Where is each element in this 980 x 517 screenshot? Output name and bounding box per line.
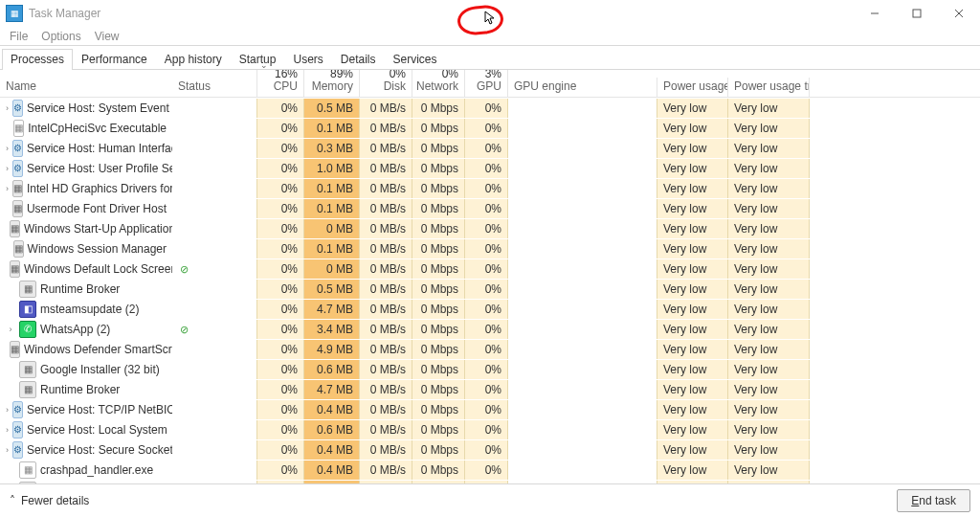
cell-network: 0 Mbps	[412, 300, 465, 319]
header-status[interactable]: Status	[172, 78, 256, 97]
table-row[interactable]: ▦Runtime Broker0%0.5 MB0 MB/s0 Mbps0%Ver…	[0, 279, 980, 299]
sort-indicator-icon: ⌄	[260, 60, 268, 70]
end-task-button[interactable]: End task	[897, 489, 970, 512]
expand-chevron-icon[interactable]: ›	[6, 425, 9, 435]
tab-details[interactable]: Details	[332, 49, 385, 70]
process-name: Google Installer (32 bit)	[40, 363, 160, 376]
cell-status	[172, 467, 256, 473]
header-power-trend[interactable]: Power usage tr...	[728, 78, 810, 97]
leaf-icon: ⊘	[180, 324, 189, 335]
menu-view[interactable]: View	[89, 28, 125, 45]
cell-disk: 0 MB/s	[360, 139, 412, 158]
table-row[interactable]: ▦IntelCpHeciSvc Executable0%0.1 MB0 MB/s…	[0, 118, 980, 138]
cell-gpu: 0%	[465, 199, 508, 218]
cell-memory: 4.9 MB	[304, 340, 360, 359]
close-button[interactable]	[938, 0, 980, 27]
minimize-button[interactable]	[854, 0, 896, 27]
cell-memory: 0.5 MB	[304, 280, 360, 299]
expand-chevron-icon[interactable]: ›	[6, 184, 9, 193]
cell-gpu-engine	[508, 206, 657, 212]
tab-performance[interactable]: Performance	[73, 49, 156, 70]
table-row[interactable]: ▦Windows Default Lock Screen⊘0%0 MB0 MB/…	[0, 258, 980, 279]
expand-chevron-icon[interactable]: ›	[6, 445, 9, 455]
tab-startup[interactable]: Startup	[231, 49, 285, 70]
table-row[interactable]: ▦crashpad_handler.exe0%0.4 MB0 MB/s0 Mbp…	[0, 460, 980, 480]
expand-chevron-icon[interactable]: ›	[6, 325, 15, 334]
cell-power: Very low	[657, 280, 728, 299]
menu-options[interactable]: Options	[35, 28, 86, 45]
header-disk[interactable]: 0%Disk	[360, 70, 412, 97]
table-row[interactable]: ▦Windows Session Manager0%0.1 MB0 MB/s0 …	[0, 238, 980, 258]
cell-gpu: 0%	[465, 461, 508, 480]
process-name: Runtime Broker	[40, 282, 120, 296]
cell-trend: Very low	[728, 199, 810, 218]
table-row[interactable]: ▦Google Installer (32 bit)0%0.6 MB0 MB/s…	[0, 359, 980, 379]
cell-trend: Very low	[728, 139, 810, 158]
header-memory[interactable]: 89%Memory	[304, 70, 360, 97]
cell-cpu: 0%	[256, 340, 304, 359]
cell-power: Very low	[657, 199, 728, 218]
cell-trend: Very low	[728, 340, 810, 359]
cell-network: 0 Mbps	[412, 280, 465, 299]
table-row[interactable]: ▦Windows Defender SmartScreen0%4.9 MB0 M…	[0, 339, 980, 359]
tab-services[interactable]: Services	[385, 49, 446, 70]
cell-disk: 0 MB/s	[360, 320, 412, 339]
maximize-button[interactable]	[896, 0, 938, 27]
window-title: Task Manager	[29, 7, 100, 20]
cell-power: Very low	[657, 179, 728, 198]
table-row[interactable]: ›⚙Service Host: System Event Noti...0%0.…	[0, 98, 980, 118]
table-row[interactable]: ▦Windows Start-Up Application0%0 MB0 MB/…	[0, 218, 980, 238]
cell-disk: 0 MB/s	[360, 119, 412, 138]
cell-trend: Very low	[728, 300, 810, 319]
table-row[interactable]: ›▦Intel HD Graphics Drivers for Wi...0%0…	[0, 178, 980, 198]
table-row[interactable]: ›⚙Service Host: Secure Socket Tun...0%0.…	[0, 439, 980, 460]
expand-chevron-icon[interactable]: ›	[6, 405, 9, 415]
cell-status	[172, 306, 256, 312]
expand-chevron-icon[interactable]: ›	[6, 103, 9, 113]
expand-chevron-icon[interactable]: ›	[6, 164, 9, 173]
fewer-details-button[interactable]: ˄ Fewer details	[10, 494, 89, 507]
app-icon: ▦	[6, 5, 23, 22]
process-icon: ▦	[12, 200, 23, 217]
table-row[interactable]: ›⚙Service Host: TCP/IP NetBIOS H...0%0.4…	[0, 399, 980, 419]
expand-chevron-icon[interactable]: ›	[6, 144, 9, 153]
tab-app-history[interactable]: App history	[156, 49, 231, 70]
process-list[interactable]: ›⚙Service Host: System Event Noti...0%0.…	[0, 98, 980, 494]
cell-memory: 0.5 MB	[304, 99, 360, 118]
header-network[interactable]: 0%Network	[412, 70, 465, 97]
menu-file[interactable]: File	[4, 28, 33, 45]
cell-cpu: 0%	[256, 360, 304, 379]
cell-network: 0 Mbps	[412, 239, 465, 258]
table-row[interactable]: ▦Usermode Font Driver Host0%0.1 MB0 MB/s…	[0, 198, 980, 218]
header-power-usage[interactable]: Power usage	[657, 78, 728, 97]
table-row[interactable]: ›⚙Service Host: Local System0%0.6 MB0 MB…	[0, 419, 980, 439]
cell-disk: 0 MB/s	[360, 440, 412, 460]
cell-cpu: 0%	[256, 320, 304, 339]
table-row[interactable]: ›⚙Service Host: Human Interface ...0%0.3…	[0, 138, 980, 158]
cell-disk: 0 MB/s	[360, 420, 412, 439]
cell-power: Very low	[657, 119, 728, 138]
cell-gpu-engine	[508, 306, 657, 312]
cell-cpu: 0%	[256, 280, 304, 299]
header-gpu[interactable]: 3%GPU	[465, 70, 508, 97]
tab-processes[interactable]: Processes	[2, 49, 73, 70]
cell-trend: Very low	[728, 280, 810, 299]
header-name[interactable]: Name	[0, 78, 172, 97]
process-name: IntelCpHeciSvc Executable	[28, 122, 167, 135]
table-row[interactable]: ›✆WhatsApp (2)⊘0%3.4 MB0 MB/s0 Mbps0%Ver…	[0, 319, 980, 339]
cell-cpu: 0%	[256, 99, 304, 118]
table-row[interactable]: ›⚙Service Host: User Profile Service0%1.…	[0, 158, 980, 178]
cell-status	[172, 166, 256, 171]
cell-gpu-engine	[508, 105, 657, 111]
process-icon: ⚙	[12, 100, 23, 117]
process-icon: ▦	[10, 260, 20, 278]
table-row[interactable]: ◧msteamsupdate (2)0%4.7 MB0 MB/s0 Mbps0%…	[0, 299, 980, 319]
header-cpu[interactable]: 16%CPU	[256, 70, 304, 97]
cell-power: Very low	[657, 420, 728, 439]
tab-users[interactable]: Users	[284, 49, 331, 70]
cell-power: Very low	[657, 320, 728, 339]
cell-gpu: 0%	[465, 360, 508, 379]
cell-cpu: 0%	[256, 300, 304, 319]
header-gpu-engine[interactable]: GPU engine	[508, 78, 657, 97]
table-row[interactable]: ▦Runtime Broker0%4.7 MB0 MB/s0 Mbps0%Ver…	[0, 379, 980, 399]
